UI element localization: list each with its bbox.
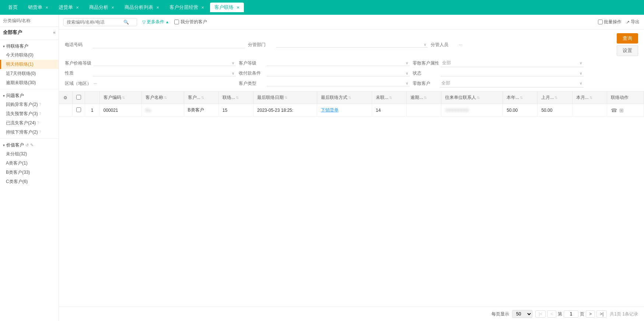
last-page-btn[interactable]: >| [596, 310, 607, 318]
sidebar-search-input[interactable] [3, 18, 58, 23]
my-customer-checkbox[interactable] [174, 20, 179, 24]
th-this-month-sort[interactable]: ⇅ [589, 96, 592, 100]
sidebar-item-class-a[interactable]: A类客户(1) [0, 159, 59, 168]
next-page-btn[interactable]: > [586, 310, 595, 318]
th-this-year-sort[interactable]: ⇅ [520, 96, 523, 100]
footer: 每页显示 50 100 200 |< < 第 页 > >| 共1页 1条记录 [59, 307, 644, 321]
nav-product-analysis-close[interactable]: ✕ [111, 6, 114, 10]
prev-page-btn[interactable]: < [547, 310, 556, 318]
filter-actions: 查询 设置 [617, 33, 638, 56]
sidebar-divider-3 [0, 138, 59, 139]
filter-phone-input[interactable] [93, 41, 245, 48]
nav-customer-tier-close[interactable]: ✕ [201, 6, 204, 10]
sidebar-all-label: 全部客户 [3, 29, 22, 36]
nav-product-analysis-list-close[interactable]: ✕ [156, 6, 159, 10]
sidebar-item-class-b[interactable]: B类客户(33) [0, 168, 59, 177]
export-icon: ↗ [626, 20, 630, 25]
th-last-method-sort[interactable]: ⇅ [348, 96, 351, 100]
row-overdue [407, 104, 441, 117]
row-action-grid-icon[interactable]: ⊞ [619, 107, 624, 113]
filter-dept-select[interactable]: ∨ [276, 42, 428, 48]
select-all-checkbox[interactable] [76, 95, 81, 100]
filter-row-3: 性质 ∨ 收付款条件 ∨ 状态 ∨ [65, 70, 638, 76]
sidebar-item-declining[interactable]: 持续下滑客户(2) ? [0, 128, 59, 137]
filter-panel: 电话号码 分管部门 ∨ 分管人员 ··· 查询 设置 [59, 30, 644, 92]
sidebar-all-customers[interactable]: 全部客户 « [0, 27, 59, 38]
row-action-call-icon[interactable]: ☎ [611, 107, 617, 113]
nav-product-analysis[interactable]: 商品分析 ✕ [85, 3, 119, 12]
filter-manager-dots[interactable]: ··· [459, 42, 462, 47]
sidebar-item-churn-warning[interactable]: 流失预警客户(3) ? [0, 109, 59, 118]
reset-button[interactable]: 设置 [617, 45, 638, 56]
filter-retail-customer-select[interactable]: 全部 ∨ [440, 79, 584, 87]
th-settings: ⚙ [59, 92, 72, 104]
sidebar-group-value-refresh[interactable]: ↺ [25, 143, 29, 148]
nav-purchase-label: 进货单 [59, 4, 73, 11]
my-customer-label: 我分管的客户 [181, 19, 207, 25]
nav-customer-contact-close[interactable]: ✕ [237, 6, 239, 10]
row-check [72, 104, 85, 117]
th-overdue-sort[interactable]: ⇅ [424, 96, 427, 100]
sidebar-group-value-edit[interactable]: ✎ [30, 143, 34, 148]
batch-checkbox[interactable] [598, 20, 603, 24]
th-unit-contact-sort[interactable]: ⇅ [477, 96, 480, 100]
sidebar-item-tomorrow[interactable]: 明天待联络(1) [0, 60, 59, 69]
per-page-select[interactable]: 50 100 200 [512, 310, 532, 318]
row-code: 000021 [99, 104, 142, 117]
first-page-btn[interactable]: |< [535, 310, 546, 318]
sidebar-item-today[interactable]: 今天待联络(0) [0, 51, 59, 60]
filter-region: 区域（地区） ··· [65, 80, 236, 87]
filter-region-dots[interactable]: ··· [94, 81, 97, 86]
filter-status-select[interactable]: ∨ [441, 70, 584, 76]
th-last-month-sort[interactable]: ⇅ [554, 96, 557, 100]
nav-home[interactable]: 首页 [4, 3, 22, 12]
sidebar-item-ungrouped[interactable]: 未分组(32) [0, 149, 59, 159]
th-name-sort[interactable]: ⇅ [164, 96, 167, 100]
batch-op-btn[interactable]: 批量操作 [598, 19, 622, 25]
nav-customer-tier[interactable]: 客户分层经营 ✕ [165, 3, 209, 12]
nav-sales[interactable]: 销货单 ✕ [24, 3, 53, 12]
th-last-month: 上月...⇅ [538, 92, 572, 104]
filter-price-level-select[interactable]: ∨ [94, 60, 236, 66]
row-checkbox[interactable] [76, 107, 81, 112]
top-nav: 首页 销货单 ✕ 进货单 ✕ 商品分析 ✕ 商品分析列表 ✕ 客户分层经营 ✕ … [0, 0, 644, 15]
filter-customer-type-select[interactable]: ∨ [267, 80, 410, 86]
filter-nature-select[interactable]: ∨ [93, 70, 236, 76]
nav-purchase[interactable]: 进货单 ✕ [54, 3, 83, 12]
nav-product-analysis-list[interactable]: 商品分析列表 ✕ [120, 3, 164, 12]
more-filter-btn[interactable]: ▽ 更多条件 ▲ [140, 18, 171, 26]
row-action: ☎ ⊞ [607, 104, 644, 117]
page-label: 第 [558, 311, 562, 317]
nav-purchase-close[interactable]: ✕ [76, 6, 79, 10]
nav-customer-contact[interactable]: 客户联络 ✕ [210, 3, 244, 12]
filter-customer-type: 客户类型 ∨ [239, 80, 410, 87]
toolbar-right: 批量操作 ↗ 导出 [598, 19, 640, 25]
pagination-nav: |< < 第 页 > >| [535, 310, 607, 318]
sidebar-item-abnormal[interactable]: 回购异常客户(2) ? [0, 100, 59, 109]
th-last-date-sort[interactable]: ⇅ [284, 96, 287, 100]
sidebar-item-overdue[interactable]: 逾期未联络(30) [0, 78, 59, 87]
row-no-contact: 14 [372, 104, 406, 117]
nav-sales-close[interactable]: ✕ [45, 6, 48, 10]
column-settings-icon[interactable]: ⚙ [63, 95, 67, 100]
sidebar-divider-2 [0, 89, 59, 89]
th-action: 联络动作 [607, 92, 644, 104]
sidebar-item-class-c[interactable]: C类客户(6) [0, 177, 59, 186]
sidebar-item-churned[interactable]: 已流失客户(24) ? [0, 118, 59, 128]
filter-chevron-icon: ▲ [165, 20, 169, 24]
filter-payment-select[interactable]: ∨ [267, 70, 410, 76]
main-search-input[interactable] [67, 20, 122, 25]
page-input[interactable] [564, 310, 578, 318]
filter-retail-attr-select[interactable]: 全部 ∨ [441, 59, 584, 67]
filter-dept-label: 分管部门 [248, 42, 274, 48]
filter-region-label: 区域（地区） [65, 80, 91, 87]
th-code-sort[interactable]: ⇅ [122, 96, 125, 100]
filter-customer-level-select[interactable]: ∨ [267, 60, 410, 66]
th-contacts-sort[interactable]: ⇅ [236, 96, 239, 100]
th-type-sort[interactable]: ⇅ [201, 96, 204, 100]
sidebar-item-7days[interactable]: 近7天待联络(0) [0, 69, 59, 78]
export-btn[interactable]: ↗ 导出 [626, 19, 640, 25]
main-search-icon[interactable]: 🔍 [123, 20, 129, 25]
th-no-contact-sort[interactable]: ⇅ [389, 96, 392, 100]
query-button[interactable]: 查询 [617, 33, 638, 44]
